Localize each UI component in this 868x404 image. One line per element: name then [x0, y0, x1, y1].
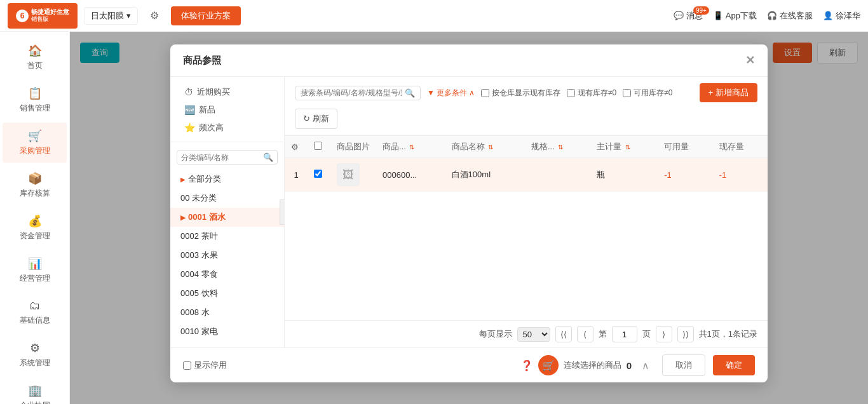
category-item-0002[interactable]: 0002 茶叶 [170, 227, 284, 246]
refresh-product-btn[interactable]: ↻ 刷新 [295, 109, 337, 129]
sidebar-item-system[interactable]: ⚙ 系统管理 [3, 335, 67, 375]
cart-label: 连续选择的商品 [564, 360, 621, 371]
page-input[interactable] [612, 326, 637, 342]
page-size-label: 每页显示 [479, 328, 512, 340]
trial-btn[interactable]: 体验行业方案 [171, 6, 241, 25]
dropdown-label: 日太阳膜 [91, 10, 124, 22]
page-next-btn[interactable]: ⟩ [656, 326, 672, 342]
business-icon: 📊 [28, 257, 42, 271]
expand-up-icon[interactable]: ∧ [637, 356, 654, 374]
chevron-down-icon: ▾ [126, 11, 131, 20]
category-item-all[interactable]: ▶ 全部分类 [170, 170, 284, 189]
category-item-0005[interactable]: 0005 饮料 [170, 284, 284, 303]
sidebar-item-basic[interactable]: 🗂 基础信息 [3, 293, 67, 332]
sidebar-item-home[interactable]: 🏠 首页 [3, 37, 67, 77]
sidebar-item-enterprise[interactable]: 🏢 企业协同 [3, 377, 67, 404]
message-icon: 💬 [674, 11, 684, 20]
th-spec[interactable]: 规格... ⇅ [525, 136, 590, 158]
cancel-btn[interactable]: 取消 [662, 354, 705, 376]
filter-more-btn[interactable]: ▼ 更多条件 ∧ [427, 88, 475, 98]
cell-stock: -1 [713, 158, 768, 192]
sidebar-item-finance[interactable]: 💰 资金管理 [3, 208, 67, 248]
checkbox-by-warehouse-label: 按仓库显示现有库存 [492, 88, 560, 98]
confirm-btn[interactable]: 确定 [713, 355, 755, 375]
app-label: App下载 [726, 10, 757, 22]
checkbox-stock-nonzero-wrap[interactable]: 现有库存≠0 [567, 88, 616, 98]
category-item-0001[interactable]: ▶ 0001 酒水 [170, 208, 284, 227]
category-search-input[interactable] [181, 153, 261, 162]
nav-dropdown[interactable]: 日太阳膜 ▾ [84, 7, 138, 25]
left-divider [170, 142, 284, 142]
filter-icon: ▼ [427, 88, 435, 97]
topnav: 6 畅捷通好生意 销售版 日太阳膜 ▾ ⚙ 体验行业方案 💬 消息 99+ 📱 … [0, 0, 868, 32]
modal-close-btn[interactable]: ✕ [745, 53, 755, 67]
checkbox-usable-nonzero-wrap[interactable]: 可用库存≠0 [623, 88, 672, 98]
search-submit-icon[interactable]: 🔍 [405, 88, 415, 98]
sort-spec-icon: ⇅ [558, 144, 563, 151]
product-search-input[interactable] [301, 88, 402, 97]
checkbox-by-warehouse-wrap[interactable]: 按仓库显示现有库存 [481, 88, 560, 98]
category-label-0008: 0008 水 [180, 307, 210, 318]
product-search-wrap: 🔍 [295, 86, 421, 100]
checkbox-usable-nonzero[interactable] [623, 89, 631, 97]
show-disabled-wrap[interactable]: 显示停用 [183, 360, 227, 371]
select-all-checkbox[interactable] [314, 142, 322, 150]
sidebar-label-sales: 销售管理 [20, 103, 50, 114]
page-prev-btn[interactable]: ⟨ [577, 326, 593, 342]
category-item-0008[interactable]: 0008 水 [170, 303, 284, 322]
star-icon: ⭐ [184, 123, 195, 133]
sidebar-item-inventory[interactable]: 📦 库存核算 [3, 165, 67, 205]
category-item-0003[interactable]: 0003 水果 [170, 246, 284, 265]
table-row[interactable]: 1 🖼 [285, 158, 768, 192]
cart-icon-btn[interactable]: 🛒 [538, 355, 559, 375]
sidebar-label-enterprise: 企业协同 [20, 400, 50, 404]
category-list: ▶ 全部分类 00 未分类 ▶ 0001 酒水 0002 茶 [170, 170, 284, 341]
th-usable-label: 可用量 [664, 142, 689, 151]
cell-spec [525, 158, 590, 192]
checkbox-by-warehouse[interactable] [481, 89, 489, 97]
category-label-0002: 0002 茶叶 [180, 231, 218, 242]
show-disabled-checkbox[interactable] [183, 361, 191, 370]
checkbox-stock-nonzero[interactable] [567, 89, 575, 97]
system-icon: ⚙ [30, 341, 40, 355]
category-item-0004[interactable]: 0004 零食 [170, 265, 284, 284]
cell-num: 1 [285, 158, 308, 192]
collapse-left-panel-btn[interactable]: 《 [280, 199, 285, 225]
nav-user[interactable]: 👤 徐泽华 [823, 10, 860, 22]
th-spec-label: 规格... [531, 142, 555, 151]
sidebar-label-basic: 基础信息 [20, 315, 50, 326]
page-last-btn[interactable]: ⟩⟩ [677, 326, 694, 342]
page-first-btn[interactable]: ⟨⟨ [555, 326, 572, 342]
category-label-0004: 0004 零食 [180, 269, 218, 280]
sort-code-icon: ⇅ [409, 144, 414, 151]
sidebar-item-purchase[interactable]: 🛒 采购管理 [3, 123, 67, 163]
enterprise-icon: 🏢 [28, 384, 42, 398]
nav-app-download[interactable]: 📱 App下载 [713, 10, 757, 22]
nav-service[interactable]: 🎧 在线客服 [767, 10, 813, 22]
sidebar-item-sales[interactable]: 📋 销售管理 [3, 80, 67, 120]
basic-icon: 🗂 [29, 299, 41, 313]
sidebar-label-inventory: 库存核算 [20, 188, 50, 199]
product-table-wrap: ⚙ 商品图片 [285, 136, 768, 320]
settings-icon[interactable]: ⚙ [291, 142, 299, 152]
quick-link-frequent[interactable]: ⭐ 频次高 [174, 119, 280, 136]
category-item-00[interactable]: 00 未分类 [170, 189, 284, 208]
quick-link-new[interactable]: 🆕 新品 [174, 102, 280, 118]
category-item-0010[interactable]: 0010 家电 [170, 322, 284, 341]
th-unit[interactable]: 主计量 ⇅ [590, 136, 658, 158]
add-product-btn[interactable]: + 新增商品 [700, 83, 757, 102]
sales-icon: 📋 [28, 86, 42, 100]
th-code-label: 商品... [383, 142, 406, 151]
nav-messages[interactable]: 💬 消息 99+ [674, 10, 703, 22]
nav-right: 💬 消息 99+ 📱 App下载 🎧 在线客服 👤 徐泽华 [674, 10, 860, 22]
nav-gear-icon[interactable]: ⚙ [144, 6, 165, 26]
sidebar-item-business[interactable]: 📊 经营管理 [3, 250, 67, 290]
msg-badge: 99+ [693, 6, 709, 15]
row-checkbox[interactable] [314, 170, 322, 178]
th-name[interactable]: 商品名称 ⇅ [445, 136, 525, 158]
quick-link-recent[interactable]: ⏱ 近期购买 [174, 84, 280, 100]
total-info: 共1页，1条记录 [699, 328, 757, 340]
th-code[interactable]: 商品... ⇅ [376, 136, 445, 158]
help-icon[interactable]: ❓ [520, 360, 533, 372]
page-size-select[interactable]: 10 20 50 100 [517, 327, 550, 342]
